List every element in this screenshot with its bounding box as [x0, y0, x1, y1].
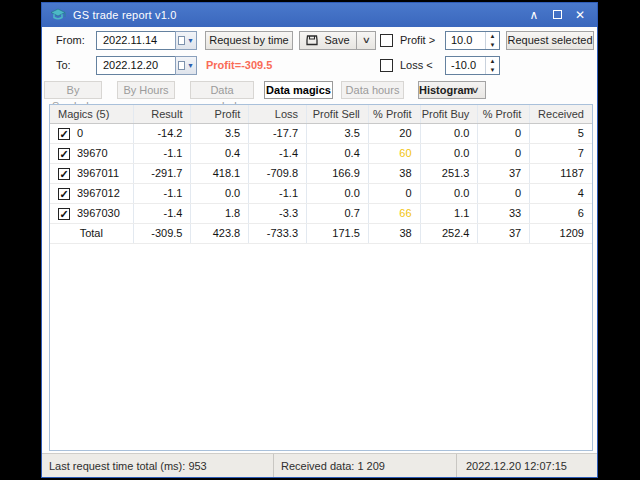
total-profit: 423.8 [191, 224, 249, 243]
table-row: ✓3967030 -1.4 1.8 -3.3 0.7 66 1.1 33 6 [50, 204, 592, 224]
status-last-request: Last request time total (ms): 953 [42, 454, 273, 477]
chevron-down-icon: ▼ [187, 37, 194, 44]
profit-summary-text: Profit=-309.5 [206, 56, 272, 75]
table-row: ✓3967011 -291.7 418.1 -709.8 166.9 38 25… [50, 164, 592, 184]
histogram-dropdown[interactable]: Histogram ∨ [418, 81, 486, 99]
row-checkbox[interactable]: ✓ [58, 168, 70, 180]
profit-threshold-value[interactable]: 10.0 [446, 32, 485, 49]
profit-sell-cell: 166.9 [307, 164, 369, 183]
profit-buy-cell: 0.0 [421, 124, 479, 143]
profit-buy-cell: 0.0 [421, 144, 479, 163]
row-checkbox[interactable]: ✓ [58, 188, 70, 200]
close-icon[interactable]: ✕ [573, 7, 587, 23]
profit-cell: 0.4 [191, 144, 249, 163]
title-bar[interactable]: GS trade report v1.0 ∧ ✕ [42, 3, 597, 27]
col-header-received[interactable]: Received [530, 105, 592, 123]
magic-id: 39670 [77, 144, 108, 163]
result-cell: -1.1 [134, 184, 192, 203]
to-calendar-button[interactable]: ▼ [175, 56, 197, 75]
loss-cell: -1.1 [249, 184, 307, 203]
profit-cell: 1.8 [191, 204, 249, 223]
total-profit-sell: 171.5 [307, 224, 369, 243]
profit-filter-label: Profit > [400, 31, 435, 50]
row-checkbox[interactable]: ✓ [58, 128, 70, 140]
col-header-result[interactable]: Result [134, 105, 192, 123]
profit-threshold-spinner[interactable]: 10.0 ▲ ▼ [445, 31, 500, 50]
total-result: -309.5 [134, 224, 192, 243]
result-cell: -14.2 [134, 124, 192, 143]
received-cell: 4 [530, 184, 592, 203]
col-header-pct-profit-buy[interactable]: % Profit [478, 105, 530, 123]
col-header-pct-profit-sell[interactable]: % Profit [369, 105, 421, 123]
loss-filter-label: Loss < [400, 56, 433, 75]
result-cell: -291.7 [134, 164, 192, 183]
pct-profit-sell-cell: 60 [369, 144, 421, 163]
maximize-icon[interactable] [550, 7, 564, 23]
tab-by-symbols[interactable]: By Symbols [44, 81, 102, 99]
magic-id: 3967030 [77, 204, 120, 223]
spinner-up-icon[interactable]: ▲ [486, 57, 499, 66]
loss-cell: -17.7 [249, 124, 307, 143]
chevron-down-icon: ∨ [471, 85, 489, 95]
pct-profit-sell-cell: 38 [369, 164, 421, 183]
tab-by-hours[interactable]: By Hours [117, 81, 175, 99]
loss-cell: -3.3 [249, 204, 307, 223]
row-checkbox[interactable]: ✓ [58, 148, 70, 160]
total-pct-profit-buy: 37 [478, 224, 530, 243]
received-cell: 1187 [530, 164, 592, 183]
col-header-profit[interactable]: Profit [191, 105, 249, 123]
spinner-down-icon[interactable]: ▼ [486, 66, 499, 75]
calendar-icon [178, 36, 185, 45]
total-loss: -733.3 [249, 224, 307, 243]
pct-profit-buy-cell: 37 [478, 164, 530, 183]
col-header-profit-buy[interactable]: Profit Buy [421, 105, 479, 123]
tab-data-hours[interactable]: Data hours [341, 81, 404, 99]
pct-profit-sell-cell: 66 [369, 204, 421, 223]
total-received: 1209 [530, 224, 592, 243]
from-calendar-button[interactable]: ▼ [175, 31, 197, 50]
col-header-loss[interactable]: Loss [249, 105, 307, 123]
tab-data-magics[interactable]: Data magics [264, 81, 333, 99]
profit-sell-cell: 3.5 [307, 124, 369, 143]
col-header-magics[interactable]: Magics (5) [50, 105, 134, 123]
loss-threshold-value[interactable]: -10.0 [446, 57, 485, 74]
save-button-label: Save [324, 32, 349, 49]
loss-threshold-spinner[interactable]: -10.0 ▲ ▼ [445, 56, 500, 75]
histogram-dropdown-value: Histogram [419, 84, 473, 96]
chevron-down-icon: ▼ [187, 62, 194, 69]
row-checkbox[interactable]: ✓ [58, 208, 70, 220]
app-window: GS trade report v1.0 ∧ ✕ From: 2022.11.1… [41, 2, 598, 478]
pct-profit-sell-cell: 20 [369, 124, 421, 143]
result-cell: -1.4 [134, 204, 192, 223]
magic-id: 3967011 [77, 164, 119, 183]
loss-filter-checkbox[interactable] [380, 59, 393, 72]
profit-buy-cell: 1.1 [421, 204, 479, 223]
request-by-time-button[interactable]: Request by time [205, 31, 293, 50]
loss-cell: -709.8 [249, 164, 307, 183]
from-date-input[interactable]: 2022.11.14 [96, 31, 176, 50]
profit-filter-checkbox[interactable] [380, 34, 393, 47]
magic-id: 3967012 [77, 184, 120, 203]
table-row: ✓0 -14.2 3.5 -17.7 3.5 20 0.0 0 5 [50, 124, 592, 144]
to-date-input[interactable]: 2022.12.20 [96, 56, 176, 75]
window-title: GS trade report v1.0 [73, 9, 177, 21]
magics-table: Magics (5) Result Profit Loss Profit Sel… [49, 104, 593, 451]
table-row: ✓39670 -1.1 0.4 -1.4 0.4 60 0.0 0 7 [50, 144, 592, 164]
pct-profit-sell-cell: 0 [369, 184, 421, 203]
from-label: From: [56, 31, 85, 50]
spinner-down-icon[interactable]: ▼ [486, 41, 499, 50]
spinner-up-icon[interactable]: ▲ [486, 32, 499, 41]
col-header-profit-sell[interactable]: Profit Sell [307, 105, 369, 123]
total-pct-profit-sell: 38 [369, 224, 421, 243]
magic-id: 0 [77, 124, 83, 143]
tab-data-symbols[interactable]: Data symbols [190, 81, 254, 99]
table-row: ✓3967012 -1.1 0.0 -1.1 0.0 0 0.0 0 4 [50, 184, 592, 204]
total-label: Total [50, 224, 134, 243]
table-total-row: Total -309.5 423.8 -733.3 171.5 38 252.4… [50, 224, 592, 244]
save-icon [306, 35, 318, 46]
save-button[interactable]: Save [299, 31, 357, 50]
save-dropdown-button[interactable]: ∨ [356, 31, 376, 50]
pct-profit-buy-cell: 0 [478, 124, 530, 143]
request-selected-button[interactable]: Request selected [506, 31, 594, 50]
minimize-icon[interactable]: ∧ [527, 7, 541, 23]
